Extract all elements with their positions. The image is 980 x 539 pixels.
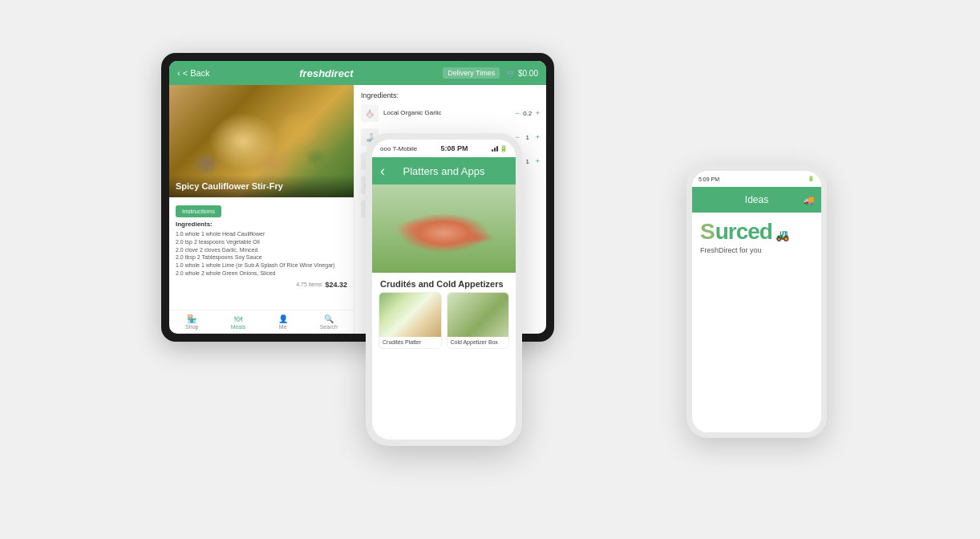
tablet-navigation: ‹ < Back freshdirect Delivery Times 🛒 $0… [169,61,546,85]
price-total: $24.32 [325,281,347,289]
signal-icon [492,145,498,152]
phone1-carrier: ooo T-Mobile [380,145,417,152]
tractor-icon: 🚜 [775,229,789,241]
phone2-battery: 🔋 [808,176,815,182]
phone1-status-bar: ooo T-Mobile 5:08 PM 🔋 [372,140,516,157]
instructions-button[interactable]: Instructions [176,205,221,217]
phone2-tagline: FreshDirect for you [700,246,762,254]
crudites-image [379,293,441,337]
shop-icon: 🏪 [187,314,196,323]
phone1-battery: 🔋 [492,145,508,152]
tab-shop[interactable]: 🏪 Shop [185,314,198,330]
tablet-recipe-detail: Instructions Ingredients: 1.0 whole 1 wh… [169,197,354,310]
box-label: Cold Appetizer Box [447,337,509,348]
search-icon: 🔍 [324,314,334,323]
back-label: < Back [183,68,210,78]
grid-item-box[interactable]: Cold Appetizer Box [447,292,510,349]
ingredient-line-3: 2.0 clove 2 cloves Garlic, Minced [176,246,347,254]
tablet-bottom-nav: 🏪 Shop 🍽 Meals 👤 Me 🔍 [169,310,354,334]
ingredients-label: Ingredients: [176,221,347,228]
sourced-logo: S urced 🚜 [700,221,789,243]
tablet-left-panel: Spicy Cauliflower Stir-Fry Instructions … [169,85,354,334]
tab-meals[interactable]: 🍽 Meals [231,314,246,330]
sourced-s-letter: S [700,221,715,243]
logo-text: freshdirect [299,67,353,79]
delivery-times-button[interactable]: Delivery Times [443,67,500,79]
garlic-icon: 🧄 [361,104,379,122]
phone2-device: 5:09 PM 🔋 Ideas 🚚 S urced 🚜 FreshDirect … [686,165,827,438]
meals-icon: 🍽 [234,314,242,323]
ingredient-line-6: 2.0 whole 2 whole Green Onions, Sliced [176,270,347,278]
phone2-navigation: Ideas 🚚 [692,187,821,213]
phone1-hero-image [372,184,516,273]
phone2-logo-area: S urced 🚜 FreshDirect for you [700,221,813,254]
price-items-count: 4.75 items [296,282,322,287]
sourced-text: urced [715,221,772,243]
phone1-section-title: Crudités and Cold Appetizers [372,273,516,292]
phone2-nav-title: Ideas [745,194,768,205]
garlic-qty-control: − 0.2 + [515,109,540,117]
sauce-qty-control: − 1 + [515,133,540,141]
me-label: Me [279,324,287,330]
phone2-status-bar: 5:09 PM 🔋 [692,171,821,187]
phone1-back-button[interactable]: ‹ [380,163,385,180]
phone2-delivery-icon: 🚚 [804,195,815,205]
tab-search[interactable]: 🔍 Search [320,314,338,330]
phone1-device: ooo T-Mobile 5:08 PM 🔋 ‹ Platters and Ap… [366,133,522,446]
scallions-increment[interactable]: + [536,157,540,165]
garlic-decrement[interactable]: − [515,109,519,117]
ingredient-line-5: 1.0 whole 1 whole Lime (or Sub A Splash … [176,261,347,270]
phone1-food-grid: Crudités Platter Cold Appetizer Box [372,292,516,349]
delivery-label: Delivery Times [447,69,495,77]
phone1-salmon-decor [372,184,516,273]
sauce-increment[interactable]: + [536,133,540,141]
ingredient-line-2: 2.0 tsp 2 teaspoons Vegetable Oil [176,238,347,246]
ingredient-line-4: 2.0 tbsp 2 Tablespoons Soy Sauce [176,253,347,261]
crudites-label: Crudités Platter [379,337,441,348]
phone1-time: 5:08 PM [441,144,468,152]
phone1-navigation: ‹ Platters and Apps [372,157,516,184]
tab-me[interactable]: 👤 Me [278,314,288,330]
tablet-back-button[interactable]: ‹ < Back [177,68,210,78]
phone2-time: 5:09 PM [699,176,719,182]
ingredient-garlic-row: 🧄 Local Organic Garlic − 0.2 + [361,104,540,122]
main-scene: ‹ < Back freshdirect Delivery Times 🛒 $0… [129,37,851,502]
phone1-screen: ooo T-Mobile 5:08 PM 🔋 ‹ Platters and Ap… [372,140,516,440]
food-image: Spicy Cauliflower Stir-Fry [169,85,354,197]
back-chevron-icon: ‹ [177,68,180,78]
box-image [447,293,509,337]
freshdirect-logo: freshdirect [210,67,443,79]
grid-item-crudites[interactable]: Crudités Platter [379,292,442,349]
phone1-nav-title: Platters and Apps [403,165,485,177]
ingredient-line-1: 1.0 whole 1 whole Head Cauliflower [176,230,347,238]
search-label: Search [320,324,338,330]
shop-label: Shop [185,324,198,330]
phone2-screen: 5:09 PM 🔋 Ideas 🚚 S urced 🚜 FreshDirect … [692,171,821,432]
phone2-content: S urced 🚜 FreshDirect for you [692,213,821,432]
scallions-qty: 1 [523,158,533,165]
meals-label: Meals [231,324,246,330]
cart-amount: $0.00 [518,69,538,78]
right-ingredients-header: Ingredients: [361,91,540,99]
food-title-overlay: Spicy Cauliflower Stir-Fry [169,175,354,197]
garlic-increment[interactable]: + [536,109,540,117]
me-icon: 👤 [278,314,288,323]
cart-total[interactable]: 🛒 $0.00 [506,69,538,78]
garlic-name: Local Organic Garlic [383,109,510,117]
sauce-qty: 1 [523,134,533,141]
food-title: Spicy Cauliflower Stir-Fry [176,181,347,191]
garlic-qty: 0.2 [523,110,533,117]
price-row: 4.75 items $24.32 [176,281,347,289]
